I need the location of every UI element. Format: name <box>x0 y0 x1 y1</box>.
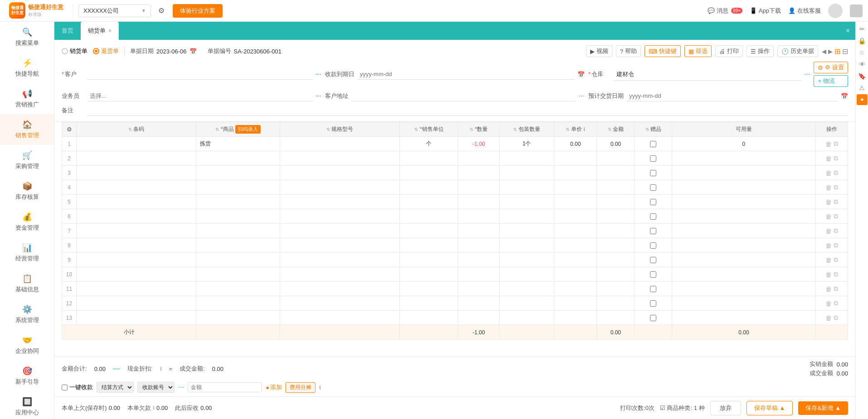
row-spec[interactable] <box>280 253 400 267</box>
customer-input[interactable] <box>87 69 313 80</box>
row-barcode[interactable] <box>77 238 196 253</box>
address-dots-icon[interactable]: ··· <box>579 92 585 100</box>
row-delete-icon[interactable]: 🗑 <box>825 285 832 293</box>
right-tool-eye[interactable]: 👁 <box>857 59 868 70</box>
row-copy-icon[interactable]: ⧉ <box>834 183 838 191</box>
sidebar-item-corp[interactable]: 🤝 企业协同 <box>0 330 54 361</box>
shortcut-button[interactable]: ⌨ 快捷键 <box>645 45 681 57</box>
row-spec[interactable] <box>280 137 400 151</box>
row-spec[interactable] <box>280 209 400 224</box>
row-spec[interactable] <box>280 166 400 180</box>
row-gift[interactable] <box>635 311 672 325</box>
row-gift[interactable] <box>635 166 672 180</box>
save-new-button[interactable]: 保存&新增 ▲ <box>798 401 848 415</box>
filter-button[interactable]: ▦ 筛选 <box>684 45 712 57</box>
row-product[interactable] <box>196 209 280 224</box>
tab-home[interactable]: 首页 <box>54 22 81 40</box>
row-delete-icon[interactable]: 🗑 <box>825 227 832 235</box>
settings-icon[interactable]: ⚙ <box>155 4 168 18</box>
sidebar-item-search[interactable]: 🔍 搜索菜单 <box>0 22 54 53</box>
customer-address-input[interactable] <box>351 91 576 101</box>
add-button[interactable]: ● 添加 <box>266 383 282 391</box>
row-delete-icon[interactable]: 🗑 <box>825 256 832 264</box>
sidebar-item-guide[interactable]: 🎯 新手引导 <box>0 361 54 391</box>
row-delete-icon[interactable]: 🗑 <box>825 155 832 162</box>
sidebar-item-operations[interactable]: 📊 经营管理 <box>0 237 54 268</box>
row-gift[interactable] <box>635 137 672 151</box>
row-quantity[interactable] <box>458 166 499 180</box>
salesman-input[interactable] <box>87 91 313 101</box>
col-settings-icon[interactable]: ⚙ <box>67 126 72 133</box>
row-product[interactable] <box>196 180 280 195</box>
row-spec[interactable] <box>280 296 400 311</box>
col-settings[interactable]: ⚙ <box>62 122 77 137</box>
row-unit-price[interactable] <box>554 195 596 209</box>
print-button[interactable]: 🖨 打印 <box>715 45 743 57</box>
row-copy-icon[interactable]: ⧉ <box>834 169 838 177</box>
row-gift[interactable] <box>635 209 672 224</box>
customer-dots-icon[interactable]: ··· <box>315 70 321 78</box>
operation-button[interactable]: ☰ 操作 <box>747 45 774 57</box>
row-delete-icon[interactable]: 🗑 <box>825 198 832 206</box>
sidebar-item-sales[interactable]: 🏠 销售管理 <box>0 114 54 145</box>
row-unit-price[interactable] <box>554 311 596 325</box>
row-gift[interactable] <box>635 224 672 238</box>
row-barcode[interactable] <box>77 209 196 224</box>
row-quantity[interactable] <box>458 180 499 195</box>
row-unit-price[interactable] <box>554 267 596 282</box>
row-copy-icon[interactable]: ⧉ <box>834 154 838 162</box>
payment-date-input[interactable] <box>357 69 575 80</box>
company-selector[interactable]: XXXXXX公司 ▼ <box>78 5 151 17</box>
row-copy-icon[interactable]: ⧉ <box>834 314 838 322</box>
right-tool-star[interactable]: ☆ <box>857 47 868 58</box>
product-type-icon[interactable]: ☑ <box>660 405 665 411</box>
row-delete-icon[interactable]: 🗑 <box>825 300 832 307</box>
fee-split-button[interactable]: 费用分摊 <box>286 382 315 393</box>
right-tool-bookmark[interactable]: 🔖 <box>857 71 868 82</box>
unit-price-info-icon[interactable]: ℹ <box>583 126 585 132</box>
row-quantity[interactable] <box>458 311 499 325</box>
tab-close-icon[interactable]: × <box>108 28 112 34</box>
app-download-button[interactable]: 📱 App下载 <box>750 7 781 15</box>
row-copy-icon[interactable]: ⧉ <box>834 270 838 278</box>
row-unit-price[interactable]: 0.00 <box>554 137 596 151</box>
payment-checkbox-input[interactable] <box>62 385 68 390</box>
nav-next-icon[interactable]: ▶ <box>828 48 833 55</box>
row-product[interactable] <box>196 253 280 267</box>
row-quantity[interactable] <box>458 238 499 253</box>
notes-input[interactable] <box>87 105 848 116</box>
row-gift[interactable] <box>635 195 672 209</box>
row-delete-icon[interactable]: 🗑 <box>825 169 832 177</box>
row-product[interactable] <box>196 296 280 311</box>
expected-cal-icon[interactable]: 📅 <box>841 93 848 100</box>
row-gift[interactable] <box>635 180 672 195</box>
row-quantity[interactable] <box>458 209 499 224</box>
row-unit-price[interactable] <box>554 209 596 224</box>
row-barcode[interactable] <box>77 151 196 166</box>
history-button[interactable]: 🕐 历史单据 <box>777 45 818 57</box>
sidebar-item-finance[interactable]: 💰 资金管理 <box>0 207 54 237</box>
expected-date-input[interactable] <box>626 91 838 101</box>
row-barcode[interactable] <box>77 195 196 209</box>
sidebar-item-appstore[interactable]: 🔲 应用中心 <box>0 391 54 419</box>
row-gift[interactable] <box>635 296 672 311</box>
row-spec[interactable] <box>280 151 400 166</box>
radio-sales-order[interactable]: 销货单 <box>62 47 87 55</box>
help-button[interactable]: ? 帮助 <box>616 45 641 57</box>
row-quantity[interactable] <box>458 253 499 267</box>
sidebar-item-purchase[interactable]: 🛒 采购管理 <box>0 145 54 176</box>
sidebar-item-system[interactable]: ⚙️ 系统管理 <box>0 299 54 330</box>
row-delete-icon[interactable]: 🗑 <box>825 184 832 191</box>
video-button[interactable]: ▶ 视频 <box>586 45 612 57</box>
row-copy-icon[interactable]: ⧉ <box>834 241 838 249</box>
row-gift[interactable] <box>635 238 672 253</box>
sidebar-item-marketing[interactable]: 📢 营销推广 <box>0 83 54 114</box>
row-quantity[interactable] <box>458 267 499 282</box>
row-gift[interactable] <box>635 282 672 296</box>
row-barcode[interactable] <box>77 296 196 311</box>
row-barcode[interactable] <box>77 180 196 195</box>
row-delete-icon[interactable]: 🗑 <box>825 242 832 249</box>
row-delete-icon[interactable]: 🗑 <box>825 271 832 278</box>
row-unit-price[interactable] <box>554 224 596 238</box>
row-spec[interactable] <box>280 282 400 296</box>
